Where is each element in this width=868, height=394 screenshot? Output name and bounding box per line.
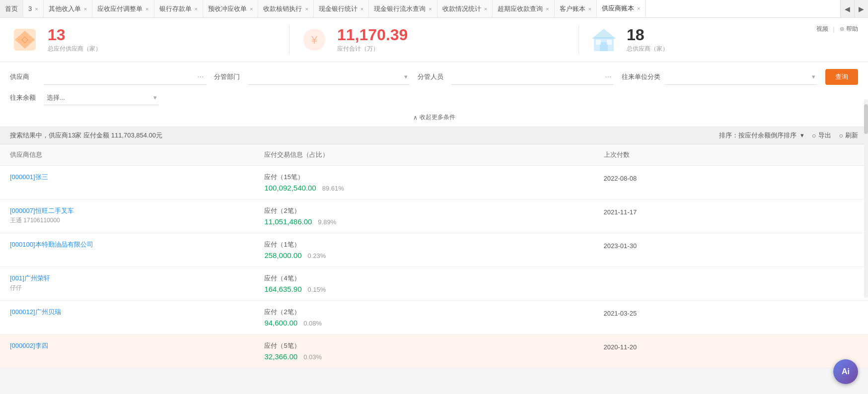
filter-supplier: 供应商 ···: [10, 69, 206, 85]
nav-tab-advance-collect[interactable]: 预收冲应收单×: [203, 0, 258, 18]
sort-label: 排序：按应付余额倒序排序 ▾: [719, 131, 804, 140]
last-pay-cell-1: 2021-11-17: [604, 206, 858, 216]
collapse-label: 收起更多条件: [420, 113, 455, 122]
nav-tab-collect-stat[interactable]: 收款情况统计×: [437, 0, 493, 18]
nav-tab-bank-deposit[interactable]: 银行存款单×: [154, 0, 203, 18]
nav-tab-payable-adjust[interactable]: 应收应付调整单×: [92, 0, 154, 18]
stat3-label: 总供应商（家）: [627, 45, 668, 53]
nav-next-arrow[interactable]: ▶: [854, 0, 868, 18]
stat-divider-2: [579, 25, 579, 55]
trans-label-2: 应付（1笔）: [264, 240, 603, 249]
svg-text:¥: ¥: [311, 34, 318, 46]
supplier-cell-5: [000002]李四: [10, 341, 264, 350]
transaction-cell-4: 应付（2笔）94,600.000.08%: [264, 308, 603, 327]
trans-pct-2: 0.23%: [307, 252, 326, 260]
close-tab-collect-verify-icon[interactable]: ×: [305, 6, 308, 12]
trans-amount-3: 164,635.90: [264, 285, 301, 293]
person-filter-label: 分管人员: [418, 72, 447, 81]
results-actions: 排序：按应付余额倒序排序 ▾ ○ 导出 ○ 刷新: [719, 131, 858, 140]
supplier-cell-4: [000012]广州贝瑞: [10, 308, 264, 317]
filter-person: 分管人员 ···: [418, 69, 614, 85]
filter-balance: 往来余额 选择... ▾: [10, 90, 159, 105]
stat2-label: 应付合计（万）: [337, 45, 408, 53]
close-tab-cash-bank-flow-icon[interactable]: ×: [429, 6, 432, 12]
nav-prev-arrow[interactable]: ◀: [840, 0, 854, 18]
supplier-dots-icon[interactable]: ···: [197, 72, 204, 81]
results-summary: 搜索结果中，供应商13家 应付金额 111,703,854.00元: [10, 131, 162, 140]
export-button[interactable]: ○ 导出: [812, 131, 831, 140]
category-select[interactable]: [664, 69, 818, 84]
dept-filter-label: 分管部门: [214, 72, 244, 81]
nav-tab-other-income[interactable]: 其他收入单×: [44, 0, 92, 18]
close-tab-supplier-account-icon[interactable]: ×: [637, 5, 640, 11]
transaction-cell-1: 应付（2笔）11,051,486.009.89%: [264, 206, 603, 226]
person-dots-icon[interactable]: ···: [605, 72, 611, 81]
close-tab-bank-deposit-icon[interactable]: ×: [195, 6, 198, 12]
close-tab-collect-stat-icon[interactable]: ×: [484, 6, 487, 12]
help-link[interactable]: ⊙ 帮助: [840, 25, 858, 33]
table-row: [001]广州荣轩仔仔应付（4笔）164,635.900.15%: [0, 267, 868, 301]
stat-divider-1: [289, 25, 289, 55]
close-tab-other-income-icon[interactable]: ×: [84, 6, 87, 12]
balance-select-wrapper: 选择... ▾: [44, 90, 159, 105]
trans-label-1: 应付（2笔）: [264, 206, 603, 215]
supplier-link-2[interactable]: [000100]本特勤油品有限公司: [10, 241, 93, 248]
transaction-cell-0: 应付（15笔）100,092,540.0089.61%: [264, 173, 603, 192]
supplier-link-1[interactable]: [000007]恒旺二手叉车: [10, 207, 74, 214]
trans-amount-4: 94,600.00: [264, 319, 297, 327]
person-input-wrapper: ···: [451, 69, 614, 85]
nav-tab-tab3[interactable]: 3×: [23, 0, 44, 18]
supplier-link-5[interactable]: [000002]李四: [10, 342, 48, 349]
collapse-button[interactable]: ∧ 收起更多条件: [413, 113, 455, 122]
nav-tab-overdue-collect[interactable]: 超期应收款查询×: [493, 0, 554, 18]
last-pay-cell-0: 2022-08-08: [604, 173, 858, 182]
close-tab-tab3-icon[interactable]: ×: [35, 6, 38, 12]
close-tab-overdue-collect-icon[interactable]: ×: [546, 6, 549, 12]
filter-row-2: 往来余额 选择... ▾: [10, 90, 159, 105]
close-tab-payable-adjust-icon[interactable]: ×: [145, 6, 148, 12]
sort-dropdown-arrow-icon[interactable]: ▾: [800, 131, 804, 139]
close-tab-cash-bank-stat-icon[interactable]: ×: [361, 6, 363, 12]
close-tab-advance-collect-icon[interactable]: ×: [250, 6, 253, 12]
balance-select[interactable]: 选择...: [44, 90, 159, 105]
trans-pct-5: 0.03%: [303, 353, 322, 361]
stat2-number: 11,170.39: [337, 27, 408, 43]
col-header-last-pay: 上次付数: [604, 150, 858, 159]
stat-total-suppliers: 18 总供应商（家）: [589, 25, 838, 55]
stats-header: ◇ 13 总应付供应商（家） ¥ 11,170.39 应付合计（万）: [0, 18, 868, 62]
dept-select[interactable]: [248, 69, 410, 84]
scrollbar-thumb[interactable]: [864, 104, 868, 134]
nav-tab-supplier-account[interactable]: 供应商账本×: [597, 0, 646, 18]
svg-rect-7: [600, 42, 608, 51]
supplier-link-0[interactable]: [000001]张三: [10, 173, 48, 181]
nav-tab-collect-verify[interactable]: 收款核销执行×: [258, 0, 313, 18]
nav-tab-cash-bank-flow[interactable]: 现金银行流水查询×: [369, 0, 437, 18]
dept-select-wrapper: ▾: [248, 69, 410, 85]
export-icon: ○: [812, 131, 816, 139]
table-row: [000001]张三应付（15笔）100,092,540.0089.61%202…: [0, 166, 868, 199]
filter-section: 供应商 ··· 分管部门 ▾ 分管人员 ··· 往来单位分类: [0, 62, 868, 127]
refresh-button[interactable]: ○ 刷新: [839, 131, 858, 140]
trans-label-4: 应付（2笔）: [264, 308, 603, 317]
scrollbar-track[interactable]: [864, 99, 868, 298]
category-select-wrapper: ▾: [664, 69, 818, 85]
nav-tab-home[interactable]: 首页: [0, 0, 23, 18]
transaction-cell-5: 应付（5笔）32,366.000.03%: [264, 341, 603, 361]
trans-label-5: 应付（5笔）: [264, 341, 603, 350]
supplier-sub-1: 王通 17106110000: [10, 216, 264, 225]
nav-tab-cash-bank-stat[interactable]: 现金银行统计×: [314, 0, 369, 18]
trans-pct-0: 89.61%: [322, 185, 344, 192]
person-input[interactable]: [451, 69, 614, 84]
close-tab-customer-account-icon[interactable]: ×: [588, 6, 591, 12]
nav-tab-customer-account[interactable]: 客户账本×: [555, 0, 597, 18]
query-button[interactable]: 查询: [825, 69, 858, 85]
table-row: [000007]恒旺二手叉车王通 17106110000应付（2笔）11,051…: [0, 199, 868, 233]
supplier-link-4[interactable]: [000012]广州贝瑞: [10, 308, 61, 316]
supplier-link-3[interactable]: [001]广州荣轩: [10, 274, 50, 282]
supplier-cell-0: [000001]张三: [10, 173, 264, 182]
col-header-supplier: 供应商信息: [10, 150, 264, 159]
supplier-input[interactable]: [44, 69, 206, 84]
video-link[interactable]: 视频: [816, 25, 828, 33]
category-filter-label: 往来单位分类: [622, 72, 660, 81]
supplier-sub-3: 仔仔: [10, 284, 264, 292]
